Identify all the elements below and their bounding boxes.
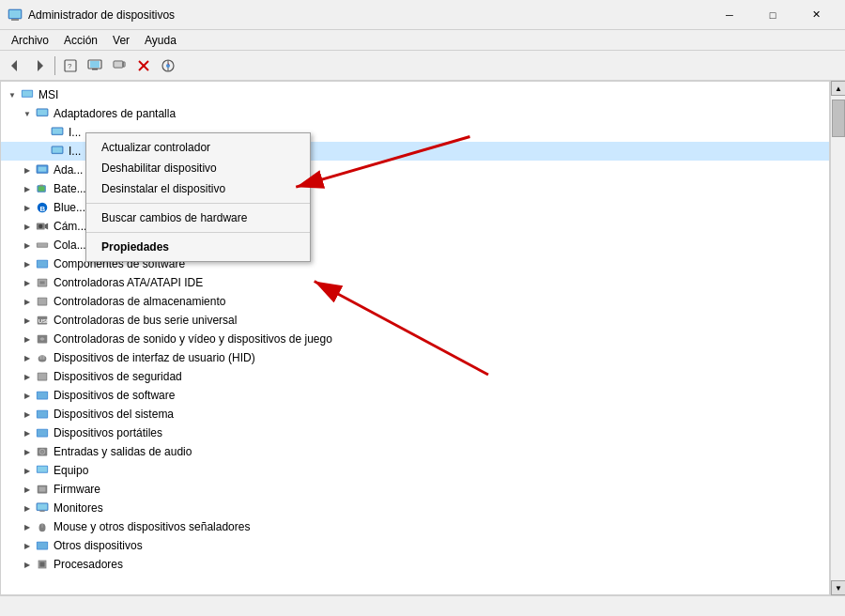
svg-rect-74 [38,543,48,549]
hid-item[interactable]: ▶ Dispositivos de interfaz de usuario (H… [1,348,829,367]
hid-label: Dispositivos de interfaz de usuario (HID… [54,351,255,364]
context-desinstalar[interactable]: Desinstalar el dispositivo [86,178,310,199]
expand-seguridad-icon: ▶ [20,369,35,384]
sistema-item[interactable]: ▶ Dispositivos del sistema [1,405,829,424]
sonido-item[interactable]: ▶ Controladoras de sonido y vídeo y disp… [1,330,829,348]
context-propiedades[interactable]: Propiedades [86,237,310,257]
menu-archivo[interactable]: Archivo [4,32,56,49]
adaptadores-group[interactable]: ▼ Adaptadores de pantalla [1,104,829,123]
expand-dispsoftware-icon: ▶ [20,388,35,403]
sistema-label: Dispositivos del sistema [54,408,174,421]
close-button[interactable]: ✕ [794,0,837,30]
svg-rect-20 [23,91,33,97]
expand-mouse-icon: ▶ [20,519,35,534]
expand-almacenamiento-icon: ▶ [20,294,35,309]
expand-adaptadores-icon: ▼ [20,106,35,121]
monitor-button[interactable] [84,54,106,77]
svg-rect-70 [39,511,44,512]
scroll-up-button[interactable]: ▲ [831,81,845,96]
tree-root[interactable]: ▼ MSI [1,85,829,104]
forward-button[interactable] [28,54,51,77]
maximize-button[interactable]: □ [751,0,794,30]
app-icon [8,8,23,23]
expand-procesadores-icon: ▶ [20,557,35,572]
computer-button[interactable] [108,54,131,77]
expand-componentes-icon: ▶ [20,256,35,271]
cola-label: Cola... [54,239,86,252]
hid-icon [35,350,50,365]
monitores-item[interactable]: ▶ Monitores [1,499,829,517]
window-title: Administrador de dispositivos [28,8,708,22]
mouse-label: Mouse y otros dispositivos señaladores [54,520,250,533]
window: Administrador de dispositivos ─ □ ✕ Arch… [0,0,845,616]
usb-item[interactable]: ▶ USB Controladoras de bus serie univers… [1,311,829,330]
properties-button[interactable]: ? [59,54,82,77]
expand-cam-icon: ▶ [20,219,35,234]
svg-point-17 [166,64,170,68]
svg-rect-69 [38,504,48,510]
no-expand-2 [35,144,50,159]
svg-rect-12 [115,62,122,67]
svg-rect-67 [39,486,46,491]
expand-icon: ▼ [5,87,20,102]
expand-firmware-icon: ▶ [20,482,35,497]
audio-item[interactable]: ▶ Entradas y salidas de audio [1,442,829,461]
scan-hardware-button[interactable] [157,54,179,77]
scroll-thumb[interactable] [832,100,845,137]
computer-icon [20,87,35,102]
scroll-track[interactable] [831,96,845,580]
expand-hid-icon: ▶ [20,350,35,365]
usb-label: Controladoras de bus serie universal [54,314,237,327]
svg-marker-3 [11,60,17,71]
svg-rect-42 [38,280,47,286]
ata-icon [35,275,50,290]
blue-icon: B [35,200,50,215]
context-buscar[interactable]: Buscar cambios de hardware [86,208,310,228]
dispsoftware-label: Dispositivos de software [54,389,175,402]
svg-point-35 [38,224,42,228]
menu-accion[interactable]: Acción [56,32,105,49]
menu-ayuda[interactable]: Ayuda [137,32,184,49]
title-bar: Administrador de dispositivos ─ □ ✕ [0,0,845,30]
svg-rect-2 [9,10,21,18]
almacenamiento-item[interactable]: ▶ Controladoras de almacenamiento [1,292,829,311]
procesadores-item[interactable]: ▶ Procesadores [1,555,829,574]
display-child-2-label: I... [69,145,81,158]
display-icon-2 [50,144,65,159]
otros-item[interactable]: ▶ Otros dispositivos [1,536,829,555]
scrollbar[interactable]: ▲ ▼ [830,81,845,595]
portatiles-item[interactable]: ▶ Dispositivos portátiles [1,424,829,442]
svg-rect-60 [38,430,48,437]
uninstall-button[interactable] [132,54,155,77]
toolbar: ? [0,51,845,81]
svg-rect-65 [38,467,48,472]
back-button[interactable] [4,54,26,77]
svg-rect-30 [39,185,43,187]
procesadores-label: Procesadores [54,558,123,571]
componentes-icon [35,256,50,271]
almacenamiento-icon [35,294,50,309]
ata-item[interactable]: ▶ Controladoras ATA/ATAPI IDE [1,273,829,292]
menu-ver[interactable]: Ver [105,32,137,49]
scroll-down-button[interactable]: ▼ [831,580,845,595]
equipo-item[interactable]: ▶ Equipo [1,461,829,480]
svg-rect-1 [11,19,19,21]
mouse-item[interactable]: ▶ Mouse y otros dispositivos señaladores [1,517,829,536]
cola-icon [35,238,50,253]
svg-rect-9 [90,61,100,68]
context-actualizar[interactable]: Actualizar controlador [86,137,310,158]
device-tree[interactable]: ▼ MSI ▼ Adaptadores de [0,81,830,595]
monitores-label: Monitores [54,501,103,515]
context-sep-2 [86,232,310,233]
seguridad-item[interactable]: ▶ Dispositivos de seguridad [1,367,829,386]
otros-label: Otros dispositivos [54,539,143,552]
minimize-button[interactable]: ─ [708,0,751,30]
firmware-item[interactable]: ▶ Firmware [1,480,829,499]
context-deshabilitar[interactable]: Deshabilitar dispositivo [86,158,310,178]
main-area: ▼ MSI ▼ Adaptadores de [0,81,845,595]
portatiles-icon [35,425,50,440]
expand-ata-icon: ▶ [20,275,35,290]
dispsoftware-item[interactable]: ▶ Dispositivos de software [1,386,829,405]
svg-text:B: B [39,205,45,213]
svg-point-63 [41,451,43,453]
